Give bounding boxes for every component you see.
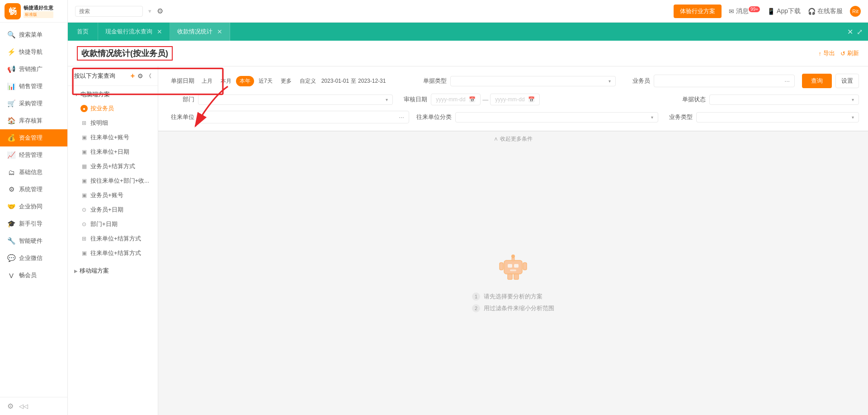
partner-category-select[interactable]: ▾ [455, 112, 658, 123]
tab-home[interactable]: 首页 [68, 23, 98, 41]
dept-arrow: ▾ [386, 97, 388, 102]
tab-bank-flow[interactable]: 现金银行流水查询 ✕ [98, 23, 170, 41]
date-tab-this-year[interactable]: 本年 [236, 76, 254, 86]
sidebar-item-guide[interactable]: 🎓 新手引导 [0, 215, 67, 232]
tab-collection-stats-close[interactable]: ✕ [217, 28, 222, 35]
date-tab-7days[interactable]: 近7天 [255, 76, 276, 86]
service-icon: 🎧 [808, 8, 816, 15]
sidebar-item-wechat[interactable]: 💬 企业微信 [0, 250, 67, 267]
date-label: 单据日期 [167, 77, 194, 85]
date-separator: — [482, 96, 488, 103]
svg-rect-2 [514, 264, 519, 268]
review-date-from-input[interactable]: yyyy-mm-dd 📅 [431, 94, 481, 105]
date-tab-last-month[interactable]: 上月 [198, 76, 216, 86]
mobile-group-label: 移动端方案 [80, 267, 109, 275]
date-tab-this-month[interactable]: 本月 [217, 76, 235, 86]
right-panel: 单据日期 上月 本月 本年 近7天 更多 自定义 [158, 66, 868, 415]
scheme-settings-btn[interactable]: ⚙ [137, 72, 143, 80]
system-icon: ⚙ [7, 185, 15, 193]
partner-select[interactable]: ··· [198, 111, 409, 123]
quick-nav-icon: ⚡ [7, 48, 15, 56]
business-type-filter-item: 业务类型 ▾ [665, 112, 859, 123]
window-close-icon[interactable]: ✕ [847, 28, 853, 36]
scheme-item-partner-date[interactable]: ▣ 往来单位+日期 [68, 145, 158, 159]
user-avatar[interactable]: Rit [850, 6, 861, 17]
sidebar-item-basic[interactable]: 🗂 基础信息 [0, 164, 67, 181]
salesperson-select[interactable]: ··· [654, 75, 795, 87]
doc-status-select[interactable]: ▾ [709, 94, 859, 105]
trial-btn[interactable]: 体验行业方案 [674, 5, 722, 18]
dept-date-icon: ⊙ [80, 221, 88, 228]
sidebar-item-sales[interactable]: 📊 销售管理 [0, 78, 67, 95]
date-filter-item: 单据日期 上月 本月 本年 近7天 更多 自定义 [167, 76, 412, 86]
doc-type-label: 单据类型 [420, 77, 447, 85]
salesperson-control: ··· [654, 75, 795, 87]
sidebar-settings-icon[interactable]: ⚙ [7, 402, 14, 410]
date-range: 2023-01-01 至 2023-12-31 [321, 77, 386, 85]
window-maximize-icon[interactable]: ⤢ [857, 28, 863, 36]
partner-category-filter-item: 往来单位分类 ▾ [416, 112, 658, 123]
doc-type-select[interactable]: ▾ [450, 76, 616, 86]
business-type-select[interactable]: ▾ [696, 112, 859, 123]
sidebar-item-system[interactable]: ⚙ 系统管理 [0, 181, 67, 198]
scheme-item-by-salesperson[interactable]: ● 按业务员 [68, 101, 158, 116]
scheme-item-partner-settlement1[interactable]: ⊞ 往来单位+结算方式 [68, 231, 158, 246]
sales-icon: 📊 [7, 82, 15, 90]
sidebar-item-purchase[interactable]: 🛒 采购管理 [0, 95, 67, 112]
date-tab-more[interactable]: 更多 [277, 76, 295, 86]
empty-state: 1 请先选择要分析的方案 2 用过滤条件来缩小分析范围 [158, 146, 868, 415]
export-btn[interactable]: ↑ 导出 [819, 49, 835, 57]
tab-bank-flow-close[interactable]: ✕ [157, 28, 162, 35]
service-area[interactable]: 🎧 在线客服 [808, 7, 843, 15]
date-tab-custom[interactable]: 自定义 [296, 76, 320, 86]
scheme-item-dept-date[interactable]: ⊙ 部门+日期 [68, 217, 158, 231]
salesperson-account-icon: ▣ [80, 192, 88, 199]
business-type-arrow: ▾ [852, 115, 854, 120]
collapse-panel-btn[interactable]: 《 [146, 72, 151, 80]
sidebar-item-vip[interactable]: V 畅会员 [0, 267, 67, 284]
query-btn[interactable]: 查询 [802, 74, 832, 88]
review-date-to-input[interactable]: yyyy-mm-dd 📅 [490, 94, 540, 105]
salesperson-scheme-icon: ● [80, 105, 88, 112]
scheme-item-partner-settlement2[interactable]: ▣ 往来单位+结算方式 [68, 246, 158, 260]
message-icon: ✉ [729, 8, 734, 15]
scheme-item-salesperson-date[interactable]: ⊙ 业务员+日期 [68, 203, 158, 217]
add-scheme-btn[interactable]: + [131, 72, 135, 80]
review-date-label: 审核日期 [400, 95, 427, 104]
finance-icon: 💰 [7, 134, 15, 142]
topbar-search-input[interactable] [75, 6, 143, 17]
sidebar-item-inventory[interactable]: 🏠 库存核算 [0, 112, 67, 129]
sidebar-item-quick-nav[interactable]: ⚡ 快捷导航 [0, 43, 67, 61]
desktop-scheme-group-title[interactable]: ▼ 电脑端方案 [68, 88, 158, 101]
svg-rect-7 [523, 263, 527, 270]
sidebar-item-operation[interactable]: 📈 经营管理 [0, 146, 67, 164]
collapse-bar[interactable]: ∧ 收起更多条件 [158, 131, 868, 146]
partner-settlement1-icon: ⊞ [80, 235, 88, 242]
app-download-area[interactable]: 📱 App下载 [767, 7, 801, 15]
scheme-item-partner-account[interactable]: ▣ 往来单位+账号 [68, 130, 158, 145]
scheme-item-partner-dept-collection[interactable]: ▣ 按往来单位+部门+收... [68, 174, 158, 188]
scheme-item-by-detail[interactable]: ⊞ 按明细 [68, 116, 158, 130]
sidebar-item-finance[interactable]: 💰 资金管理 [0, 129, 67, 146]
sidebar-item-enterprise[interactable]: 🤝 企业协同 [0, 198, 67, 215]
message-icon-area[interactable]: ✉ 消息 99+ [729, 7, 760, 15]
purchase-icon: 🛒 [7, 99, 15, 108]
scheme-item-salesperson-settlement[interactable]: ▦ 业务员+结算方式 [68, 159, 158, 174]
tip-num-1: 1 [472, 292, 480, 301]
partner-label: 往来单位 [167, 113, 194, 121]
setting-btn[interactable]: 设置 [835, 74, 859, 88]
mobile-scheme-group-title[interactable]: ▶ 移动端方案 [68, 264, 158, 278]
tab-bar: 首页 现金银行流水查询 ✕ 收款情况统计 ✕ ✕ ⤢ [68, 23, 868, 41]
sidebar-collapse-icon[interactable]: ◁◁ [19, 403, 28, 410]
tab-collection-stats[interactable]: 收款情况统计 ✕ [170, 23, 230, 41]
topbar-gear-icon[interactable]: ⚙ [157, 7, 163, 15]
sidebar-item-search[interactable]: 🔍 搜索菜单 [0, 26, 67, 43]
hardware-icon: 🔧 [7, 237, 15, 245]
dept-select[interactable]: ▾ [198, 94, 393, 105]
sidebar-item-marketing[interactable]: 📢 营销推广 [0, 61, 67, 78]
refresh-btn[interactable]: ↺ 刷新 [840, 49, 859, 57]
svg-rect-0 [504, 260, 522, 274]
scheme-item-salesperson-account[interactable]: ▣ 业务员+账号 [68, 188, 158, 203]
filter-row-3: 往来单位 ··· 往来单位分类 [167, 111, 859, 123]
sidebar-item-hardware[interactable]: 🔧 智能硬件 [0, 232, 67, 250]
